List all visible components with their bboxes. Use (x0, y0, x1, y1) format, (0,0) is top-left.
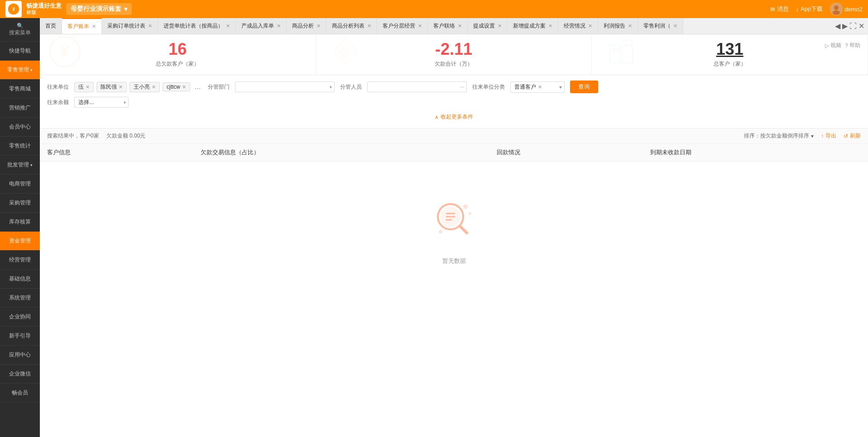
tab-stock-stats[interactable]: 进货单统计表（按商品） ✕ (158, 18, 236, 34)
user-profile[interactable]: demo2 (830, 3, 863, 15)
col-debt-info: 欠款交易信息（占比） (193, 144, 489, 162)
tab-close-remind-settings[interactable]: ✕ (498, 23, 502, 29)
tab-product-analysis-list[interactable]: 商品分析列表 ✕ (326, 18, 377, 34)
result-left: 搜索结果中，客户0家 欠款金额 0.00元 (47, 132, 145, 140)
tab-close-customer-account[interactable]: ✕ (92, 24, 96, 29)
sidebar-item-ecommerce[interactable]: 电商管理 (0, 175, 40, 194)
tab-home[interactable]: 首页 (40, 18, 62, 34)
sidebar-item-retail-manage[interactable]: 零售管理 ▾ (0, 61, 40, 80)
category-tag-normal: 普通客户 ✕ (514, 83, 542, 91)
sidebar-item-basic-info[interactable]: 基础信息 (0, 270, 40, 289)
tag-close-normal[interactable]: ✕ (538, 84, 542, 90)
sidebar-item-system[interactable]: 系统管理 (0, 289, 40, 308)
video-help-btn[interactable]: ▷ 视频 (825, 42, 841, 49)
tab-customer-tier[interactable]: 客户分层经营 ✕ (377, 18, 428, 34)
tab-remind-settings[interactable]: 提成设置 ✕ (468, 18, 508, 34)
tag-close-wang[interactable]: ✕ (152, 84, 156, 90)
unit-category-input[interactable]: 普通客户 ✕ ▾ (510, 81, 565, 93)
search-result-bar: 搜索结果中，客户0家 欠款金额 0.00元 排序：按欠款金额倒序排序 ▾ ↑ 导… (40, 128, 868, 144)
download-icon: ↓ (796, 6, 799, 13)
sidebar-item-retail-stats[interactable]: 零售统计 (0, 137, 40, 156)
empty-text: 暂无数据 (442, 257, 466, 265)
app-title: 畅捷通好生意 标版 (26, 2, 62, 16)
sidebar-item-new-guide[interactable]: 新手引导 (0, 327, 40, 346)
tab-close-operation[interactable]: ✕ (588, 23, 592, 29)
app-download-btn[interactable]: ↓ App下载 (796, 5, 823, 13)
tag-close-cjttcw[interactable]: ✕ (182, 84, 186, 90)
stat1-number: 16 (156, 41, 199, 57)
sidebar-item-marketing[interactable]: 营销推广 (0, 99, 40, 118)
tab-customer-contact[interactable]: 客户联络 ✕ (428, 18, 468, 34)
collapse-btn[interactable]: ∧ 收起更多条件 (47, 111, 861, 123)
refresh-icon: ↺ (844, 133, 848, 139)
tag-close-wu[interactable]: ✕ (86, 84, 90, 90)
tag-close-chen[interactable]: ✕ (119, 84, 123, 90)
tab-close-stock-stats[interactable]: ✕ (226, 23, 230, 29)
tab-retail-profit[interactable]: 零售利润（ ✕ (638, 18, 683, 34)
yuan-bg-icon: ¥ (49, 36, 81, 74)
sidebar-item-batch-manage[interactable]: 批发管理 ▾ (0, 156, 40, 175)
sidebar-item-operation[interactable]: 经营管理 (0, 251, 40, 270)
svg-rect-11 (625, 44, 628, 47)
more-tags-btn[interactable]: ... (193, 83, 202, 91)
tab-close-purchase-order[interactable]: ✕ (148, 23, 152, 29)
manager-filter-label: 分管人员 (340, 83, 362, 91)
sidebar-search[interactable]: 🔍 搜索菜单 (0, 18, 40, 42)
filter-row-1: 往来单位 伍 ✕ 陈民强 ✕ 王小亮 (47, 81, 861, 93)
tab-close-product-analysis[interactable]: ✕ (317, 23, 321, 29)
tab-customer-account[interactable]: 客户账本 ✕ (62, 18, 102, 34)
svg-line-18 (460, 226, 467, 233)
tab-next-icon[interactable]: ▶ (842, 22, 848, 30)
remain-select-wrapper: 选择... (74, 97, 129, 108)
avatar (830, 3, 843, 15)
unit-category-label: 往来单位分类 (472, 83, 505, 91)
stat1-label: 总欠款客户（家） (156, 60, 199, 68)
sidebar-item-enterprise-collab[interactable]: 企业协同 (0, 308, 40, 327)
tab-new-achieve[interactable]: 新增提成方案 ✕ (508, 18, 558, 34)
message-btn[interactable]: ✉ 消息 (770, 5, 789, 13)
sidebar-item-app-center[interactable]: 应用中心 (0, 346, 40, 365)
tab-close-product-stock[interactable]: ✕ (277, 23, 281, 29)
manager-filter-input[interactable] (367, 81, 467, 92)
export-button[interactable]: ↑ 导出 (821, 132, 836, 140)
sidebar-item-purchase[interactable]: 采购管理 (0, 194, 40, 213)
query-button[interactable]: 查询 (570, 81, 598, 93)
sidebar-item-enterprise-wechat[interactable]: 企业微信 (0, 365, 40, 384)
dept-filter-input[interactable] (235, 81, 335, 92)
svg-point-21 (439, 230, 442, 233)
svg-rect-10 (617, 48, 619, 51)
tab-product-analysis[interactable]: 商品分析 ✕ (287, 18, 326, 34)
sidebar-item-finance[interactable]: 资金管理 (0, 232, 40, 251)
sort-button[interactable]: 排序：按欠款金额倒序排序 ▾ (744, 132, 814, 140)
tab-profit-report[interactable]: 利润报告 ✕ (598, 18, 638, 34)
account-dropdown[interactable]: 母婴行业演示账套 ▾ (66, 3, 132, 15)
tab-product-stock[interactable]: 产成品入库单 ✕ (236, 18, 287, 34)
dept-filter-wrapper (235, 81, 335, 92)
tab-purchase-order[interactable]: 采购订单统计表 ✕ (102, 18, 158, 34)
tab-maximize-icon[interactable]: ⛶ (849, 22, 857, 30)
sidebar-item-member[interactable]: 畅会员 (0, 384, 40, 403)
sidebar-item-retail-mall[interactable]: 零售商城 (0, 80, 40, 99)
tab-close-retail-profit[interactable]: ✕ (673, 23, 677, 29)
tab-close-customer-contact[interactable]: ✕ (458, 23, 462, 29)
tab-close-customer-tier[interactable]: ✕ (418, 23, 422, 29)
tab-operation[interactable]: 经营情况 ✕ (558, 18, 598, 34)
tab-prev-icon[interactable]: ◀ (835, 22, 840, 30)
help-btn[interactable]: ? 帮助 (845, 42, 860, 49)
question-icon: ? (845, 43, 848, 49)
tab-close-all-icon[interactable]: ✕ (858, 22, 864, 30)
sidebar-item-quick-nav[interactable]: 快捷导航 (0, 42, 40, 61)
svg-point-20 (469, 212, 471, 215)
sidebar-item-member-center[interactable]: 会员中心 (0, 118, 40, 137)
col-customer-info: 客户信息 (40, 144, 193, 162)
page-content: ¥ 16 总欠款客户（家） (40, 34, 868, 437)
remain-select[interactable]: 选择... (74, 97, 129, 108)
result-count-text: 搜索结果中，客户0家 (47, 132, 99, 140)
sidebar-item-stock-check[interactable]: 库存核算 (0, 213, 40, 232)
tab-close-new-achieve[interactable]: ✕ (548, 23, 552, 29)
chevron-down-icon: ▾ (30, 68, 33, 72)
refresh-button[interactable]: ↺ 刷新 (844, 132, 861, 140)
filter-area: 往来单位 伍 ✕ 陈民强 ✕ 王小亮 (40, 75, 868, 128)
tab-close-profit-report[interactable]: ✕ (628, 23, 632, 29)
tab-close-product-analysis-list[interactable]: ✕ (367, 23, 371, 29)
